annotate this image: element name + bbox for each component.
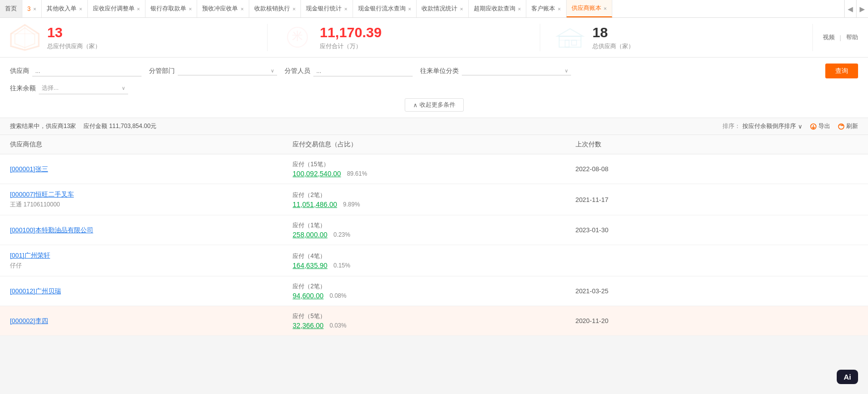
transaction-info-2: 应付（2笔） 11,051,486.00 9.89%: [292, 191, 575, 208]
transaction-info-5: 应付（2笔） 94,600.00 0.08%: [292, 282, 575, 300]
nav-tab-cash-bank-stat[interactable]: 现金银行统计 ×: [301, 0, 353, 17]
trans-amount-4[interactable]: 164,635.90: [292, 262, 327, 269]
trans-percent-6: 0.03%: [330, 322, 347, 329]
nav-tab-ar-ap-adjust[interactable]: 应收应付调整单 ×: [88, 0, 145, 17]
table-header: 供应商信息 应付交易信息（占比） 上次付数: [0, 135, 868, 154]
supplier-link-3[interactable]: [000100]本特勤油品有限公司: [10, 226, 292, 235]
nav-tab-overdue-ar[interactable]: 超期应收款查询 ×: [469, 0, 526, 17]
trans-amount-3[interactable]: 258,000.00: [292, 231, 327, 239]
category-select[interactable]: ∨: [462, 66, 571, 75]
table-row: [000012]广州贝瑞 应付（2笔） 94,600.00 0.08% 2021…: [0, 276, 868, 306]
supplier-info-6: [000002]李四: [10, 317, 292, 326]
supplier-info-3: [000100]本特勤油品有限公司: [10, 226, 292, 235]
close-tab-cash-bank-flow[interactable]: ×: [408, 6, 411, 12]
supplier-sub-2: 王通 17106110000: [10, 200, 292, 209]
svg-rect-6: [559, 36, 581, 47]
export-button[interactable]: 导出: [810, 122, 830, 131]
table-row: [000002]李四 应付（5笔） 32,366.00 0.03% 2020-1…: [0, 306, 868, 336]
payable-total-label: 应付合计（万）: [320, 42, 382, 51]
filter-person: 分管人员: [285, 66, 413, 76]
trans-percent-1: 89.61%: [347, 170, 367, 177]
total-suppliers-number: 18: [592, 24, 634, 41]
close-tab-customer-ledger[interactable]: ×: [558, 6, 561, 12]
svg-rect-8: [565, 40, 569, 47]
nav-tab-other-income[interactable]: 其他收入单 ×: [42, 0, 87, 17]
close-tab-3[interactable]: ×: [33, 6, 36, 12]
filter-row-2: 往来余额 选择... ∨: [10, 82, 858, 94]
supplier-link-5[interactable]: [000012]广州贝瑞: [10, 287, 292, 296]
stats-bar: 13 总应付供应商（家） 米 11,170.39 应付合计（万）: [0, 18, 868, 58]
last-payment-2: 2021-11-17: [576, 196, 858, 203]
balance-label: 往来余额: [10, 84, 36, 93]
close-tab-prepay-ar[interactable]: ×: [240, 6, 243, 12]
trans-amount-1[interactable]: 100,092,540.00: [292, 170, 341, 178]
store-icon: [555, 24, 585, 51]
close-tab-ar-ap-adjust[interactable]: ×: [137, 6, 140, 12]
nav-tab-supplier-ledger[interactable]: 供应商账本 ×: [567, 0, 612, 17]
dept-select[interactable]: ∨: [178, 66, 277, 75]
close-tab-collection-stat[interactable]: ×: [460, 6, 463, 12]
svg-marker-7: [557, 29, 583, 36]
sort-selector[interactable]: 排序： 按应付余额倒序排序 ∨: [723, 122, 802, 131]
trans-amount-6[interactable]: 32,366.00: [292, 322, 323, 329]
last-payment-3: 2023-01-30: [576, 226, 858, 234]
nav-tab-customer-ledger[interactable]: 客户账本 ×: [526, 0, 566, 17]
last-payment-5: 2021-03-25: [576, 287, 858, 295]
filter-category: 往来单位分类 ∨: [420, 66, 571, 75]
nav-tab-collection-stat[interactable]: 收款情况统计 ×: [417, 0, 468, 17]
payable-total-number: 11,170.39: [320, 24, 382, 41]
trans-percent-3: 0.23%: [333, 231, 350, 238]
payable-suppliers-number: 13: [47, 24, 101, 41]
supplier-link-6[interactable]: [000002]李四: [10, 317, 292, 326]
query-button[interactable]: 查询: [825, 64, 858, 78]
supplier-sub-4: 仔仔: [10, 262, 292, 270]
supplier-link-2[interactable]: [000007]恒旺二手叉车: [10, 190, 292, 199]
transaction-info-6: 应付（5笔） 32,366.00 0.03%: [292, 312, 575, 329]
table-row: [001]广州荣轩 仔仔 应付（4笔） 164,635.90 0.15%: [0, 245, 868, 276]
person-label: 分管人员: [285, 66, 310, 75]
transaction-info-4: 应付（4笔） 164,635.90 0.15%: [292, 252, 575, 269]
supplier-info-1: [000001]张三: [10, 165, 292, 174]
supplier-link-4[interactable]: [001]广州荣轩: [10, 251, 292, 260]
last-payment-6: 2020-11-20: [576, 317, 858, 325]
nav-tab-bank-deposit[interactable]: 银行存取款单 ×: [145, 0, 197, 17]
table-row: [000001]张三 应付（15笔） 100,092,540.00 89.61%…: [0, 154, 868, 184]
diamond-icon: [10, 24, 40, 51]
trans-percent-4: 0.15%: [333, 262, 350, 269]
payable-suppliers-label: 总应付供应商（家）: [47, 42, 101, 51]
nav-next-button[interactable]: ▶: [856, 0, 868, 17]
nav-prev-button[interactable]: ◀: [844, 0, 856, 17]
transaction-info-3: 应付（1笔） 258,000.00 0.23%: [292, 221, 575, 239]
close-tab-supplier-ledger[interactable]: ×: [604, 5, 607, 11]
trans-percent-5: 0.08%: [330, 292, 347, 299]
col-header-last-payment: 上次付数: [576, 140, 858, 149]
svg-text:米: 米: [292, 30, 303, 42]
refresh-button[interactable]: 刷新: [838, 122, 858, 131]
result-bar: 搜索结果中，供应商13家 应付金额 111,703,854.00元 排序： 按应…: [0, 118, 868, 135]
person-input[interactable]: [313, 66, 413, 76]
help-link[interactable]: 帮助: [846, 33, 858, 42]
close-tab-cash-bank-stat[interactable]: ×: [344, 6, 347, 12]
category-select-arrow: ∨: [565, 68, 568, 73]
nav-tab-prepay-ar[interactable]: 预收冲应收单 ×: [197, 0, 249, 17]
close-tab-overdue-ar[interactable]: ×: [518, 6, 521, 12]
trans-amount-2[interactable]: 11,051,486.00: [292, 200, 337, 208]
close-tab-other-income[interactable]: ×: [79, 6, 82, 12]
balance-select[interactable]: 选择... ∨: [39, 82, 128, 94]
filter-dept: 分管部门 ∨: [149, 66, 277, 75]
nav-tab-collection-exec[interactable]: 收款核销执行 ×: [249, 0, 301, 17]
result-info: 搜索结果中，供应商13家 应付金额 111,703,854.00元: [10, 122, 156, 131]
nav-tab-home[interactable]: 首页: [0, 0, 22, 17]
nav-tab-cash-bank-flow[interactable]: 现金银行流水查询 ×: [353, 0, 417, 17]
video-link[interactable]: 视频: [823, 33, 835, 42]
supplier-input[interactable]: [32, 66, 142, 76]
nav-tab-3[interactable]: 3 ×: [22, 0, 42, 17]
filter-supplier: 供应商: [10, 66, 142, 76]
collapse-button[interactable]: ∧ 收起更多条件: [405, 98, 464, 112]
col-header-transaction: 应付交易信息（占比）: [292, 140, 575, 149]
close-tab-collection-exec[interactable]: ×: [292, 6, 295, 12]
trans-amount-5[interactable]: 94,600.00: [292, 292, 323, 300]
col-header-supplier: 供应商信息: [10, 140, 292, 149]
close-tab-bank-deposit[interactable]: ×: [189, 6, 192, 12]
supplier-link-1[interactable]: [000001]张三: [10, 165, 292, 174]
